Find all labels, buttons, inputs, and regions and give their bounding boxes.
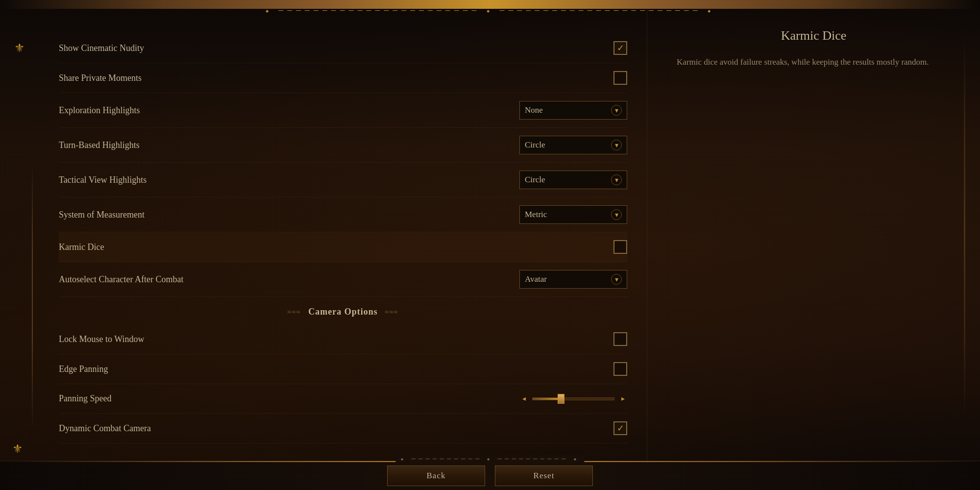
tactical-view-highlights-arrow: ▾	[611, 174, 622, 185]
measurement-control: Metric ▾	[519, 205, 627, 224]
tactical-view-highlights-dropdown[interactable]: Circle ▾	[519, 171, 627, 189]
setting-row-autoselect: Autoselect Character After Combat Avatar…	[59, 262, 627, 297]
setting-row-exploration-highlights: Exploration Highlights None ▾	[59, 93, 627, 128]
bottom-bar: ⬥ ────────── ⬥ ────────── ⬥ Back Reset	[0, 461, 980, 490]
setting-row-turn-based-highlights: Turn-Based Highlights Circle ▾	[59, 128, 627, 163]
panel-description: Karmic dice avoid failure streaks, while…	[677, 55, 951, 69]
cinematic-nudity-checkbox[interactable]: ✓	[613, 41, 627, 55]
camera-section-header: ≈≈≈ Camera Options ≈≈≈	[59, 297, 627, 324]
camera-ornament-left: ≈≈≈	[288, 308, 301, 316]
dynamic-combat-label: Dynamic Combat Camera	[59, 423, 613, 434]
reset-button[interactable]: Reset	[495, 466, 593, 486]
content-area: Show Cinematic Nudity ✓ Share Private Mo…	[39, 9, 647, 461]
tactical-view-highlights-value: Circle	[525, 175, 545, 185]
panning-speed-slider[interactable]: ◂ ▸	[519, 394, 627, 403]
measurement-value: Metric	[525, 210, 547, 220]
bottom-ornament: ⬥ ────────── ⬥ ────────── ⬥	[395, 455, 584, 463]
settings-list: Show Cinematic Nudity ✓ Share Private Mo…	[59, 33, 627, 443]
slider-thumb[interactable]	[558, 394, 564, 404]
main-container: ⚜ Show Cinematic Nudity ✓ Share Private …	[0, 9, 980, 461]
exploration-highlights-value: None	[525, 105, 543, 115]
autoselect-label: Autoselect Character After Combat	[59, 274, 519, 285]
slider-track[interactable]	[532, 397, 614, 400]
setting-row-panning-speed: Panning Speed ◂ ▸	[59, 384, 627, 414]
panning-speed-control: ◂ ▸	[519, 394, 627, 403]
exploration-highlights-control: None ▾	[519, 101, 627, 120]
setting-row-tactical-view-highlights: Tactical View Highlights Circle ▾	[59, 163, 627, 197]
karmic-dice-label: Karmic Dice	[59, 242, 613, 252]
setting-row-measurement: System of Measurement Metric ▾	[59, 197, 627, 232]
turn-based-highlights-arrow: ▾	[611, 140, 622, 150]
scroll-line	[964, 38, 965, 421]
sidebar-bottom-icon: ⚜	[12, 442, 23, 456]
setting-row-dynamic-combat: Dynamic Combat Camera ✓	[59, 414, 627, 443]
karmic-dice-control	[613, 240, 627, 254]
private-moments-label: Share Private Moments	[59, 73, 613, 83]
turn-based-highlights-dropdown[interactable]: Circle ▾	[519, 136, 627, 154]
camera-section-title: Camera Options	[308, 307, 378, 317]
turn-based-highlights-value: Circle	[525, 140, 545, 150]
edge-panning-label: Edge Panning	[59, 364, 613, 374]
setting-row-private-moments: Share Private Moments	[59, 63, 627, 93]
cinematic-nudity-label: Show Cinematic Nudity	[59, 43, 613, 53]
cinematic-nudity-control: ✓	[613, 41, 627, 55]
slider-left-arrow[interactable]: ◂	[519, 394, 528, 403]
setting-row-cinematic-nudity: Show Cinematic Nudity ✓	[59, 33, 627, 63]
measurement-label: System of Measurement	[59, 210, 519, 220]
private-moments-control	[613, 71, 627, 85]
right-panel: Karmic Dice Karmic dice avoid failure st…	[647, 9, 980, 461]
turn-based-highlights-label: Turn-Based Highlights	[59, 140, 519, 150]
karmic-dice-checkbox[interactable]	[613, 240, 627, 254]
dynamic-combat-check: ✓	[617, 423, 624, 434]
autoselect-value: Avatar	[525, 274, 547, 284]
tactical-view-highlights-label: Tactical View Highlights	[59, 175, 519, 185]
slider-right-arrow[interactable]: ▸	[618, 394, 627, 403]
lock-mouse-label: Lock Mouse to Window	[59, 334, 613, 344]
edge-panning-control	[613, 362, 627, 376]
edge-panning-checkbox[interactable]	[613, 362, 627, 376]
autoselect-dropdown[interactable]: Avatar ▾	[519, 270, 627, 289]
sidebar-top-icon: ⚜	[10, 38, 29, 58]
exploration-highlights-dropdown[interactable]: None ▾	[519, 101, 627, 120]
dynamic-combat-control: ✓	[613, 421, 627, 435]
lock-mouse-checkbox[interactable]	[613, 332, 627, 346]
tactical-view-highlights-control: Circle ▾	[519, 171, 627, 189]
private-moments-checkbox[interactable]	[613, 71, 627, 85]
panel-title: Karmic Dice	[677, 28, 951, 43]
measurement-dropdown[interactable]: Metric ▾	[519, 205, 627, 224]
setting-row-karmic-dice: Karmic Dice	[59, 232, 627, 262]
sidebar-line	[32, 161, 33, 431]
exploration-highlights-arrow: ▾	[611, 105, 622, 116]
slider-fill	[533, 398, 561, 400]
dynamic-combat-checkbox[interactable]: ✓	[613, 421, 627, 435]
autoselect-control: Avatar ▾	[519, 270, 627, 289]
back-button[interactable]: Back	[387, 466, 485, 486]
exploration-highlights-label: Exploration Highlights	[59, 105, 519, 116]
camera-ornament-right: ≈≈≈	[385, 308, 398, 316]
scroll-decoration	[964, 38, 965, 421]
autoselect-arrow: ▾	[611, 274, 622, 285]
panning-speed-label: Panning Speed	[59, 393, 519, 404]
turn-based-highlights-control: Circle ▾	[519, 136, 627, 154]
lock-mouse-control	[613, 332, 627, 346]
measurement-arrow: ▾	[611, 209, 622, 220]
setting-row-lock-mouse: Lock Mouse to Window	[59, 324, 627, 354]
setting-row-edge-panning: Edge Panning	[59, 354, 627, 384]
cinematic-nudity-check: ✓	[617, 43, 624, 53]
sidebar: ⚜	[0, 9, 39, 461]
